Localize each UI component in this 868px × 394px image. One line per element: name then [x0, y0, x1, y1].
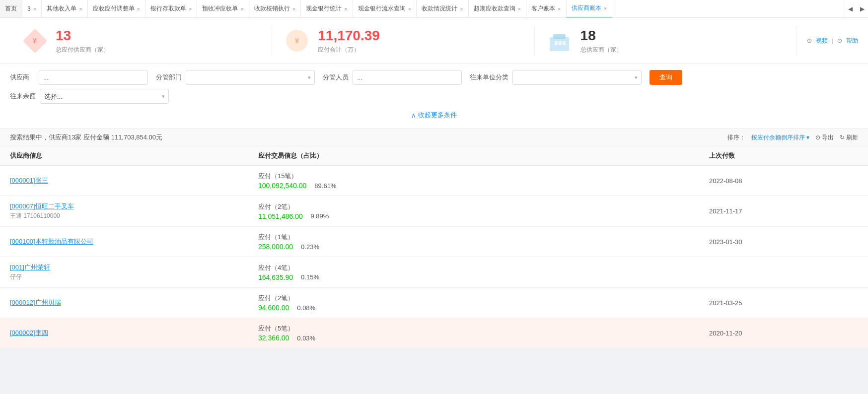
close-icon[interactable]: × — [604, 5, 607, 11]
supplier-link[interactable]: [000100]本特勤油品有限公司 — [10, 237, 258, 246]
nav-tab-collection-exec-label: 收款核销执行 — [254, 4, 290, 13]
filter-unit-class: 往来单位分类 — [470, 70, 642, 85]
nav-tab-advance-offset[interactable]: 预收冲应收单 × — [197, 0, 249, 18]
filter-row-2: 往来余额 选择... — [10, 89, 858, 104]
last-pay-cell: 2021-03-25 — [709, 299, 858, 307]
summary-content-amount: 11,170.39 应付合计（万） — [318, 27, 380, 55]
nav-tab-cash-bank-stat[interactable]: 现金银行统计 × — [301, 0, 353, 18]
filter-balance: 往来余额 选择... — [10, 89, 169, 104]
nav-tab-customer-ledger[interactable]: 客户账本 × — [526, 0, 566, 18]
nav-tab-supplier-ledger[interactable]: 供应商账本 × — [567, 0, 612, 18]
amount-pct: 89.61% — [314, 182, 336, 190]
supplier-link[interactable]: [000007]恒旺二手叉车 — [10, 202, 258, 211]
nav-tab-other-income[interactable]: 其他收入单 × — [42, 0, 87, 18]
dept-select-wrapper — [186, 70, 315, 85]
nav-arrows: ◀ ▶ — [844, 0, 868, 18]
total-suppliers-icon — [545, 26, 575, 56]
close-icon[interactable]: × — [79, 6, 82, 12]
amount-info-cell: 应付（5笔） 32,366.00 0.03% — [258, 324, 709, 342]
supplier-link[interactable]: [000001]张三 — [10, 176, 258, 185]
amount-value: 94,600.00 — [258, 304, 289, 312]
close-icon[interactable]: × — [408, 6, 411, 12]
close-icon[interactable]: × — [558, 6, 561, 12]
query-button[interactable]: 查询 — [650, 70, 682, 85]
summary-card-amount: ¥ 11,170.39 应付合计（万） — [272, 26, 534, 56]
nav-tab-overdue-ar-label: 超期应收款查询 — [474, 4, 515, 13]
supplier-link[interactable]: [001]广州荣轩 — [10, 263, 258, 272]
unit-class-select[interactable] — [512, 70, 642, 85]
nav-tab-cash-flow-query[interactable]: 现金银行流水查询 × — [353, 0, 417, 18]
data-table: 供应商信息 应付交易信息（占比） 上次付数 [000001]张三 应付（15笔）… — [0, 146, 868, 348]
amount-info-cell: 应付（1笔） 258,000.00 0.23% — [258, 233, 709, 251]
close-icon[interactable]: × — [189, 6, 192, 12]
supplier-input[interactable] — [39, 70, 148, 85]
sort-label: 排序： — [727, 133, 745, 142]
close-icon[interactable]: × — [240, 6, 243, 12]
collapse-button[interactable]: ∧ 收起更多条件 — [411, 108, 457, 123]
nav-tab-cash-flow-query-label: 现金银行流水查询 — [358, 4, 406, 13]
amount-info-cell: 应付（15笔） 100,092,540.00 89.61% — [258, 172, 709, 190]
nav-tab-collection-stat[interactable]: 收款情况统计 × — [417, 0, 468, 18]
close-icon[interactable]: × — [518, 6, 521, 12]
table-row: [000002]李四 应付（5笔） 32,366.00 0.03% 2020-1… — [0, 318, 868, 348]
refresh-label: 刷新 — [846, 133, 858, 142]
table-row: [000012]广州贝瑞 应付（2笔） 94,600.00 0.08% 2021… — [0, 288, 868, 318]
nav-tab-other-income-label: 其他收入单 — [47, 4, 76, 13]
last-pay-cell: 2021-11-17 — [709, 207, 858, 215]
dept-select[interactable] — [186, 70, 315, 85]
nav-prev-arrow[interactable]: ◀ — [844, 0, 856, 18]
result-actions: 排序： 按应付余额倒序排序 ▾ ⊙ 导出 ↻ 刷新 — [727, 133, 858, 142]
export-button[interactable]: ⊙ 导出 — [815, 133, 834, 142]
close-icon[interactable]: × — [344, 6, 347, 12]
supplier-info-cell: [000001]张三 — [10, 176, 258, 185]
nav-tab-collection-exec[interactable]: 收款核销执行 × — [249, 0, 301, 18]
table-header: 供应商信息 应付交易信息（占比） 上次付数 — [0, 146, 868, 166]
amount-value: 100,092,540.00 — [258, 182, 306, 190]
svg-rect-6 — [555, 41, 558, 45]
video-icon: ⊙ — [807, 37, 812, 44]
collapse-row: ∧ 收起更多条件 — [10, 108, 858, 123]
person-input[interactable] — [353, 70, 462, 85]
col-header-supplier: 供应商信息 — [10, 151, 258, 160]
close-icon[interactable]: × — [137, 6, 140, 12]
help-link[interactable]: 帮助 — [846, 37, 858, 45]
last-pay-date: 2021-03-25 — [709, 299, 742, 307]
nav-tab-overdue-ar[interactable]: 超期应收款查询 × — [469, 0, 526, 18]
top-navigation: 首页 3 × 其他收入单 × 应收应付调整单 × 银行存取款单 × 预收冲应收单… — [0, 0, 868, 18]
sort-value[interactable]: 按应付余额倒序排序 ▾ — [751, 133, 809, 142]
nav-tab-bank-deposit[interactable]: 银行存取款单 × — [145, 0, 197, 18]
supplier-info-cell: [000100]本特勤油品有限公司 — [10, 237, 258, 246]
help-divider: | — [832, 37, 833, 44]
filter-dept: 分管部门 — [156, 70, 315, 85]
supplier-info-cell: [001]广州荣轩 仔仔 — [10, 263, 258, 281]
last-pay-date: 2023-01-30 — [709, 238, 742, 246]
nav-tab-3-label: 3 — [27, 5, 31, 12]
last-pay-cell: 2023-01-30 — [709, 238, 858, 246]
nav-next-arrow[interactable]: ▶ — [856, 0, 868, 18]
filter-row-1: 供应商 分管部门 分管人员 往来单位分类 查询 — [10, 70, 858, 85]
nav-tab-3[interactable]: 3 × — [22, 0, 42, 18]
refresh-button[interactable]: ↻ 刷新 — [840, 133, 858, 142]
export-icon: ⊙ — [815, 134, 820, 141]
nav-tab-home[interactable]: 首页 — [0, 0, 22, 18]
total-payable-suppliers-value: 13 — [56, 27, 109, 44]
balance-select[interactable]: 选择... — [40, 89, 169, 104]
result-bar: 搜索结果中，供应商13家 应付金额 111,703,854.00元 排序： 按应… — [0, 129, 868, 146]
help-area: ⊙ 视频 | ⊙ 帮助 — [797, 37, 858, 45]
nav-tab-home-label: 首页 — [5, 4, 17, 13]
nav-tab-ar-ap-adjust[interactable]: 应收应付调整单 × — [88, 0, 145, 18]
col-header-last-pay: 上次付数 — [709, 151, 858, 160]
close-icon[interactable]: × — [292, 6, 295, 12]
supplier-link[interactable]: [000002]李四 — [10, 328, 258, 337]
amount-row: 32,366.00 0.03% — [258, 334, 709, 342]
amount-info-cell: 应付（2笔） 11,051,486.00 9.89% — [258, 202, 709, 220]
supplier-filter-label: 供应商 — [10, 73, 35, 82]
balance-select-wrapper: 选择... — [40, 89, 169, 104]
total-suppliers-label: 总供应商（家） — [580, 46, 622, 54]
last-pay-date: 2022-08-08 — [709, 177, 742, 185]
supplier-link[interactable]: [000012]广州贝瑞 — [10, 298, 258, 307]
video-link[interactable]: 视频 — [816, 37, 828, 45]
amount-pct: 0.03% — [297, 334, 315, 342]
close-icon[interactable]: × — [33, 6, 36, 12]
close-icon[interactable]: × — [460, 6, 463, 12]
